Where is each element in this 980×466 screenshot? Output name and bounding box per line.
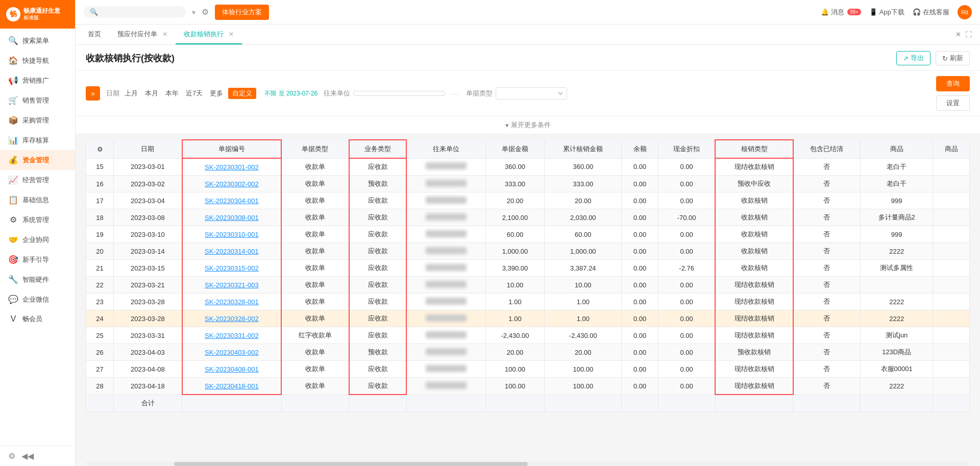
cell-balance: 0.00 [622, 192, 658, 209]
settings-gear-icon[interactable]: ⚙ [8, 451, 15, 461]
cell-product: 123D商品 [861, 344, 933, 361]
cell-no: 23 [86, 293, 114, 310]
sidebar-item-finance[interactable]: 💰 资金管理 [0, 150, 75, 170]
cell-product: 衣服00001 [861, 361, 933, 378]
export-button[interactable]: ↗ 导出 [896, 51, 930, 65]
tab-payable-close-icon[interactable]: ✕ [162, 31, 167, 38]
tab-payable[interactable]: 预应付应付单 ✕ [109, 24, 176, 44]
doc-link[interactable]: SK-20230301-002 [205, 163, 259, 171]
th-gear[interactable]: ⚙ [86, 140, 114, 158]
industry-btn[interactable]: 体验行业方案 [215, 5, 269, 20]
sidebar-item-member[interactable]: V 畅会员 [0, 309, 75, 329]
doc-link[interactable]: SK-20230328-002 [205, 315, 259, 323]
expand-tab-icon[interactable]: ⛶ [965, 31, 972, 38]
filter-bar: » 日期 上月 本月 本年 近7天 更多 自定义 不限 至 2023-07-26… [76, 71, 980, 116]
doc-link[interactable]: SK-20230314-001 [205, 248, 259, 255]
cell-doc-no[interactable]: SK-20230403-002 [182, 344, 281, 361]
sidebar-item-search[interactable]: 🔍 搜索菜单 [0, 31, 75, 51]
date-opt-7days[interactable]: 近7天 [184, 88, 205, 99]
doc-link[interactable]: SK-20230310-001 [205, 231, 259, 238]
unit-input[interactable] [353, 91, 445, 96]
doc-link[interactable]: SK-20230304-001 [205, 197, 259, 205]
sidebar-item-quicknav[interactable]: 🏠 快捷导航 [0, 51, 75, 70]
support-item[interactable]: 🎧 在线客服 [913, 8, 949, 17]
date-opt-lastmonth[interactable]: 上月 [122, 88, 140, 99]
app-download-item[interactable]: 📱 App下载 [869, 8, 904, 17]
hardware-icon: 🔧 [8, 275, 18, 284]
doc-link[interactable]: SK-20230403-002 [205, 349, 259, 356]
doctype-select[interactable] [496, 87, 567, 100]
cell-no: 24 [86, 310, 114, 327]
sidebar-item-guide[interactable]: 🎯 新手引导 [0, 250, 75, 269]
cell-doc-no[interactable]: SK-20230321-003 [182, 277, 281, 293]
cell-doc-no[interactable]: SK-20230315-002 [182, 260, 281, 277]
cell-doc-no[interactable]: SK-20230408-001 [182, 361, 281, 378]
topbar-dropdown-icon[interactable]: ▾ [192, 8, 195, 16]
cell-cancel-type: 收款核销 [715, 192, 793, 209]
tab-collection[interactable]: 收款核销执行 ✕ [176, 24, 242, 44]
export-label: 导出 [911, 54, 924, 63]
cell-cumulative: 1.00 [545, 293, 622, 310]
setting-button[interactable]: 设置 [936, 95, 970, 111]
cell-doc-no[interactable]: SK-20230310-001 [182, 226, 281, 243]
cell-doc-no[interactable]: SK-20230314-001 [182, 243, 281, 260]
cell-doc-no[interactable]: SK-20230308-001 [182, 209, 281, 226]
messages-item[interactable]: 🔔 消息 99+ [821, 8, 861, 17]
scrollbar-thumb[interactable] [174, 462, 528, 466]
cell-date: 2023-04-03 [114, 344, 182, 361]
doc-link[interactable]: SK-20230328-001 [205, 298, 259, 306]
doc-link[interactable]: SK-20230331-002 [205, 332, 259, 339]
tab-home[interactable]: 首页 [80, 24, 109, 44]
cell-doc-no[interactable]: SK-20230302-002 [182, 176, 281, 192]
cell-doc-no[interactable]: SK-20230331-002 [182, 327, 281, 344]
doc-link[interactable]: SK-20230315-002 [205, 264, 259, 272]
sidebar-item-purchase[interactable]: 📦 采购管理 [0, 110, 75, 130]
cell-doc-no[interactable]: SK-20230301-002 [182, 158, 281, 176]
user-avatar[interactable]: Rit [958, 5, 972, 19]
date-opt-thismonth[interactable]: 本月 [143, 88, 160, 99]
cell-doc-no[interactable]: SK-20230328-002 [182, 310, 281, 327]
sidebar-item-hardware[interactable]: 🔧 智能硬件 [0, 269, 75, 289]
cell-biz-type: 应收款 [349, 260, 407, 277]
cell-no: 16 [86, 176, 114, 192]
date-opt-custom[interactable]: 自定义 [228, 88, 256, 99]
cell-doc-no[interactable]: SK-20230328-001 [182, 293, 281, 310]
doc-link[interactable]: SK-20230408-001 [205, 365, 259, 373]
refresh-button[interactable]: ↻ 刷新 [936, 51, 970, 65]
expand-more-btn[interactable]: ▾ 展开更多条件 [76, 118, 980, 132]
cell-biz-type: 应收款 [349, 277, 407, 293]
horizontal-scrollbar[interactable] [86, 462, 970, 466]
doc-link[interactable]: SK-20230302-002 [205, 180, 259, 188]
topbar-gear-icon[interactable]: ⚙ [202, 7, 209, 17]
table-row: 262023-04-03SK-20230403-002收款单预收款20.0020… [86, 344, 970, 361]
cell-product: 老白干 [861, 176, 933, 192]
close-tab-icon[interactable]: ✕ [955, 31, 961, 38]
sidebar-item-operation[interactable]: 📈 经营管理 [0, 170, 75, 190]
doc-link[interactable]: SK-20230418-001 [205, 382, 259, 390]
sidebar-item-wechat[interactable]: 💬 企业微信 [0, 289, 75, 309]
tab-home-label: 首页 [88, 30, 101, 39]
date-opt-more[interactable]: 更多 [208, 88, 225, 99]
filter-toggle-button[interactable]: » [86, 86, 100, 101]
sidebar-item-sales[interactable]: 🛒 销售管理 [0, 90, 75, 110]
cell-doc-no[interactable]: SK-20230418-001 [182, 378, 281, 395]
topbar-search[interactable]: 🔍 [84, 6, 186, 18]
cell-product-img [933, 344, 970, 361]
sidebar-item-enterprise[interactable]: 🤝 企业协同 [0, 230, 75, 250]
sidebar-item-inventory[interactable]: 📊 库存核算 [0, 130, 75, 150]
sidebar-item-system[interactable]: ⚙ 系统管理 [0, 210, 75, 230]
doc-link[interactable]: SK-20230308-001 [205, 214, 259, 222]
search-icon: 🔍 [8, 36, 18, 45]
table-row: 272023-04-08SK-20230408-001收款单应收款100.001… [86, 361, 970, 378]
cell-discount: 0.00 [658, 158, 715, 176]
sidebar-item-basic[interactable]: 📋 基础信息 [0, 190, 75, 210]
table-row: 282023-04-18SK-20230418-001收款单应收款100.001… [86, 378, 970, 395]
collapse-arrow-icon[interactable]: ◀◀ [21, 451, 34, 461]
sidebar-item-marketing[interactable]: 📢 营销推广 [0, 70, 75, 90]
cell-cumulative: 20.00 [545, 192, 622, 209]
tab-collection-close-icon[interactable]: ✕ [229, 31, 234, 38]
doc-link[interactable]: SK-20230321-003 [205, 281, 259, 289]
date-opt-thisyear[interactable]: 本年 [163, 88, 181, 99]
cell-doc-no[interactable]: SK-20230304-001 [182, 192, 281, 209]
query-button[interactable]: 查询 [936, 76, 970, 91]
